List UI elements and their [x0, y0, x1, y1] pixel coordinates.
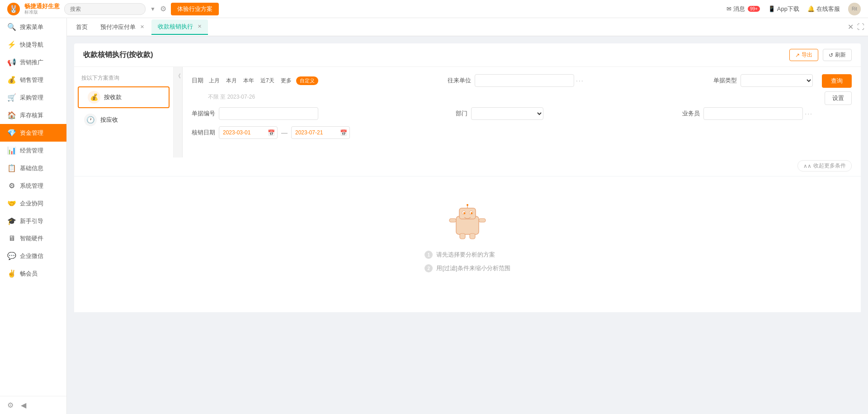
- writeoff-start-cal-icon[interactable]: 📅: [268, 129, 275, 136]
- sidebar-label-inventory: 库存核算: [20, 111, 43, 119]
- message-icon: ✉: [726, 5, 731, 12]
- sidebar-icon-member: ✌: [7, 269, 16, 278]
- filter-option-by-receivable[interactable]: 🕐 按应收: [74, 109, 173, 131]
- page-header: 收款核销执行(按收款) ↗ 导出 ↺ 刷新: [74, 43, 861, 67]
- sidebar-item-marketing[interactable]: 📢 营销推广: [0, 53, 66, 71]
- export-button[interactable]: ↗ 导出: [789, 49, 818, 61]
- sidebar-settings-icon[interactable]: ⚙: [7, 401, 14, 409]
- fullscreen-icon[interactable]: ⛶: [857, 23, 864, 31]
- sidebar-item-operations[interactable]: 📊 经营管理: [0, 142, 66, 159]
- sidebar-icon-enterprise: 🤝: [7, 199, 16, 208]
- tab-close-prepayment[interactable]: ✕: [140, 24, 144, 30]
- sidebar-item-smart-hardware[interactable]: 🖥 智能硬件: [0, 230, 66, 247]
- filter-option-by-collection[interactable]: 💰 按收款: [78, 86, 170, 108]
- sidebar-icon-sales: 💰: [7, 76, 16, 84]
- voucher-no-input[interactable]: [219, 107, 318, 120]
- industry-solution-button[interactable]: 体验行业方案: [171, 3, 219, 15]
- filter-options-panel: 按以下方案查询 💰 按收款 🕐 按应收: [74, 67, 174, 157]
- sidebar-collapse-icon[interactable]: ◀: [21, 401, 26, 409]
- sidebar-item-quick-nav[interactable]: ⚡ 快捷导航: [0, 36, 66, 53]
- counterparty-select-wrap: ···: [475, 74, 584, 87]
- sidebar-item-search[interactable]: 🔍 搜索菜单: [0, 18, 66, 36]
- writeoff-end-cal-icon[interactable]: 📅: [340, 129, 347, 136]
- close-tab-icon[interactable]: ✕: [848, 23, 854, 31]
- filter-row-1: 日期 上月 本月 本年 近7天 更多 自定义: [192, 74, 813, 87]
- filter-settings-button[interactable]: 设置: [825, 91, 852, 105]
- date-btn-more[interactable]: 更多: [279, 76, 293, 86]
- content-area: 收款核销执行(按收款) ↗ 导出 ↺ 刷新 按以下方案查询: [67, 36, 868, 414]
- voucher-type-select[interactable]: [741, 74, 813, 87]
- sidebar-item-system[interactable]: ⚙ 系统管理: [0, 177, 66, 195]
- main-area: 首页 预付冲应付单 ✕ 收款核销执行 ✕ ✕ ⛶ 收款核销执行(按收款) ↗ 导…: [67, 18, 868, 414]
- date-btn-this-month[interactable]: 本月: [224, 76, 239, 86]
- sidebar-item-member[interactable]: ✌ 畅会员: [0, 265, 66, 282]
- tab-prepayment[interactable]: 预付冲应付单 ✕: [94, 19, 151, 35]
- customer-service-button[interactable]: 🔔 在线客服: [807, 5, 840, 13]
- collapse-more-row: ∧∧ 收起更多条件: [74, 157, 861, 176]
- sidebar-icon-purchase: 🛒: [7, 93, 16, 102]
- messages-badge: 99+: [748, 6, 760, 12]
- messages-button[interactable]: ✉ 消息 99+: [726, 5, 760, 13]
- filter-collapse-button[interactable]: 《: [174, 67, 183, 157]
- top-search-input[interactable]: [64, 3, 146, 15]
- writeoff-start-wrap: 📅: [219, 126, 278, 139]
- sidebar-item-basic-info[interactable]: 📋 基础信息: [0, 159, 66, 177]
- tab-bar: 首页 预付冲应付单 ✕ 收款核销执行 ✕ ✕ ⛶: [67, 18, 868, 36]
- collapse-more-button[interactable]: ∧∧ 收起更多条件: [797, 160, 852, 171]
- sales-select-wrap: ···: [703, 107, 813, 120]
- sidebar-label-guide: 新手引导: [20, 217, 43, 225]
- filter-row-2: 单据编号 部门: [192, 107, 813, 120]
- sidebar-icon-search: 🔍: [7, 23, 16, 31]
- layout: 🔍 搜索菜单 ⚡ 快捷导航 📢 营销推广 💰 销售管理 🛒 采购管理 🏠 库存核…: [0, 18, 868, 414]
- refresh-button[interactable]: ↺ 刷新: [823, 49, 852, 61]
- sidebar-label-operations: 经营管理: [20, 147, 43, 155]
- sidebar-item-wechat[interactable]: 💬 企业微信: [0, 247, 66, 265]
- sidebar-item-guide[interactable]: 🎓 新手引导: [0, 212, 66, 230]
- tab-close-collection-writeoff[interactable]: ✕: [198, 24, 202, 29]
- step-1-circle: 1: [425, 251, 433, 259]
- query-button[interactable]: 查询: [822, 74, 852, 88]
- date-btn-7days[interactable]: 近7天: [259, 76, 276, 86]
- tab-collection-writeoff[interactable]: 收款核销执行 ✕: [151, 19, 208, 35]
- sidebar: 🔍 搜索菜单 ⚡ 快捷导航 📢 营销推广 💰 销售管理 🛒 采购管理 🏠 库存核…: [0, 18, 67, 414]
- download-icon: 📱: [768, 5, 775, 12]
- user-avatar[interactable]: Rit: [848, 3, 861, 15]
- sales-input[interactable]: [703, 107, 803, 120]
- date-btn-this-year[interactable]: 本年: [241, 76, 256, 86]
- search-dropdown-arrow[interactable]: ▼: [150, 6, 156, 12]
- empty-step-1: 1 请先选择要分析的方案: [425, 249, 510, 261]
- writeoff-date-label: 核销日期: [192, 128, 215, 137]
- counterparty-dots[interactable]: ···: [576, 77, 584, 84]
- sidebar-label-marketing: 营销推广: [20, 58, 43, 67]
- sidebar-item-inventory[interactable]: 🏠 库存核算: [0, 106, 66, 124]
- sidebar-label-purchase: 采购管理: [20, 94, 43, 102]
- settings-icon[interactable]: ⚙: [160, 5, 166, 13]
- sales-dots[interactable]: ···: [805, 110, 813, 117]
- sidebar-item-enterprise[interactable]: 🤝 企业协同: [0, 195, 66, 212]
- svg-rect-10: [460, 233, 465, 239]
- filter-options-title: 按以下方案查询: [74, 72, 173, 86]
- date-btn-last-month[interactable]: 上月: [207, 76, 222, 86]
- date-custom-badge[interactable]: 自定义: [296, 76, 318, 85]
- filter-row-3: 核销日期 📅 — 📅: [192, 126, 813, 139]
- edition-label: 标准版: [24, 10, 60, 15]
- date-range-display: 不限 至 2023-07-26: [208, 93, 813, 101]
- svg-rect-9: [479, 219, 486, 222]
- filter-option-label-by-receivable: 按应收: [100, 116, 118, 124]
- app-download-button[interactable]: 📱 App下载: [768, 5, 799, 13]
- tab-label-prepayment: 预付冲应付单: [100, 23, 136, 31]
- empty-step-2: 2 用[过滤]条件来缩小分析范围: [425, 262, 510, 274]
- svg-rect-11: [470, 233, 475, 239]
- voucher-no-field: 单据编号: [192, 107, 318, 120]
- tab-home[interactable]: 首页: [71, 19, 93, 35]
- dept-select[interactable]: [471, 107, 543, 120]
- sidebar-icon-smart-hardware: 🖥: [7, 234, 16, 243]
- empty-step-2-text: 用[过滤]条件来缩小分析范围: [436, 262, 510, 274]
- sidebar-label-search: 搜索菜单: [20, 23, 43, 31]
- sidebar-label-quick-nav: 快捷导航: [20, 41, 43, 49]
- sidebar-item-purchase[interactable]: 🛒 采购管理: [0, 89, 66, 106]
- sidebar-item-funds[interactable]: 💎 资金管理: [0, 124, 66, 142]
- counterparty-input[interactable]: [475, 74, 574, 87]
- svg-rect-8: [449, 219, 456, 222]
- sidebar-item-sales[interactable]: 💰 销售管理: [0, 71, 66, 89]
